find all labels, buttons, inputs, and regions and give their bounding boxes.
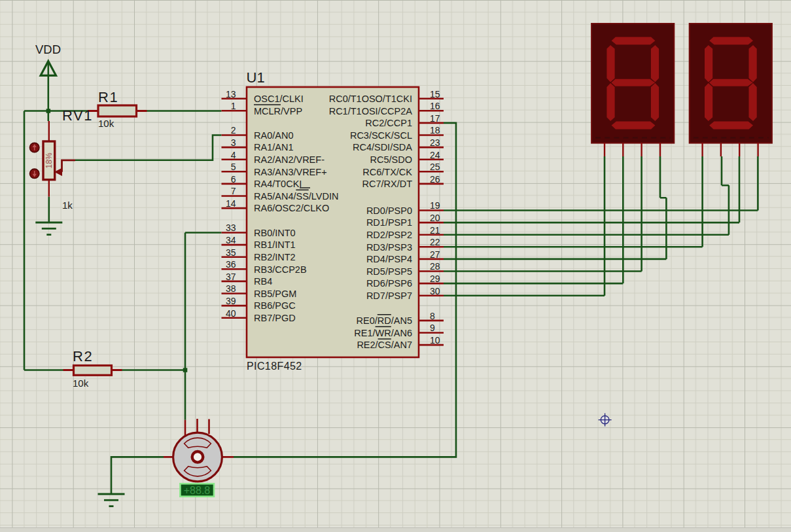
svg-text:RD3/PSP3: RD3/PSP3 — [366, 242, 412, 253]
svg-text:23: 23 — [430, 137, 440, 148]
svg-text:RA3/AN3/VREF+: RA3/AN3/VREF+ — [254, 167, 327, 177]
svg-text:8: 8 — [430, 311, 435, 321]
svg-text:9: 9 — [430, 323, 435, 333]
svg-text:35: 35 — [226, 247, 236, 258]
svg-text:RC4/SDI/SDA: RC4/SDI/SDA — [353, 142, 412, 152]
svg-text:28: 28 — [430, 261, 440, 272]
svg-text:14: 14 — [226, 198, 236, 209]
svg-text:VDD: VDD — [35, 43, 61, 56]
svg-text:18: 18 — [430, 125, 440, 135]
svg-text:1: 1 — [231, 101, 236, 111]
svg-text:1k: 1k — [62, 200, 73, 211]
svg-text:37: 37 — [226, 272, 236, 282]
svg-text:10k: 10k — [73, 378, 89, 389]
svg-text:+88.8: +88.8 — [184, 485, 211, 496]
svg-text:5: 5 — [231, 162, 236, 172]
svg-text:RC6/TX/CK: RC6/TX/CK — [362, 167, 412, 177]
svg-text:RD5/PSP5: RD5/PSP5 — [366, 266, 412, 277]
svg-text:RA0/AN0: RA0/AN0 — [254, 130, 293, 141]
svg-text:RA4/T0CKI: RA4/T0CKI — [254, 179, 302, 189]
svg-text:RB6/PGC: RB6/PGC — [254, 300, 296, 311]
svg-text:MCLR/VPP: MCLR/VPP — [254, 106, 302, 116]
svg-text:RC5/SDO: RC5/SDO — [370, 154, 412, 165]
svg-text:26: 26 — [430, 174, 440, 185]
svg-text:OSC1/CLKI: OSC1/CLKI — [254, 94, 304, 104]
svg-text:RB7/PGD: RB7/PGD — [254, 313, 296, 323]
svg-text:RC2/CCP1: RC2/CCP1 — [365, 118, 412, 128]
svg-text:R1: R1 — [98, 89, 118, 105]
svg-text:RC7/RX/DT: RC7/RX/DT — [362, 179, 412, 189]
svg-text:RA2/AN2/VREF-: RA2/AN2/VREF- — [254, 154, 325, 165]
svg-text:3: 3 — [231, 137, 236, 148]
svg-text:RB0/INT0: RB0/INT0 — [254, 228, 296, 238]
svg-text:20: 20 — [430, 213, 440, 223]
svg-text:30: 30 — [430, 286, 440, 296]
svg-text:RD0/PSP0: RD0/PSP0 — [366, 205, 412, 216]
svg-text:RD1/PSP1: RD1/PSP1 — [366, 217, 412, 228]
svg-text:40: 40 — [226, 308, 236, 319]
svg-text:RV1: RV1 — [62, 107, 93, 124]
svg-text:6: 6 — [231, 174, 236, 185]
svg-text:15: 15 — [430, 89, 440, 99]
svg-text:RB2/INT2: RB2/INT2 — [254, 252, 296, 262]
svg-text:RE2/CS/AN7: RE2/CS/AN7 — [357, 340, 412, 350]
svg-text:19: 19 — [430, 200, 440, 211]
svg-text:10: 10 — [430, 335, 440, 346]
svg-text:4: 4 — [231, 150, 236, 160]
svg-text:RB3/CCP2B: RB3/CCP2B — [254, 264, 307, 275]
svg-text:RD4/PSP4: RD4/PSP4 — [366, 254, 412, 264]
svg-text:18%: 18% — [44, 152, 54, 168]
svg-text:RA6/OSC2/CLKO: RA6/OSC2/CLKO — [254, 203, 329, 213]
svg-text:RB4: RB4 — [254, 276, 272, 287]
svg-text:13: 13 — [226, 89, 236, 99]
svg-text:RB1/INT1: RB1/INT1 — [254, 239, 296, 250]
svg-text:21: 21 — [430, 225, 440, 236]
svg-text:RA5/AN4/SS/LVDIN: RA5/AN4/SS/LVDIN — [254, 191, 338, 202]
svg-text:RC0/T1OSO/T1CKI: RC0/T1OSO/T1CKI — [329, 94, 412, 104]
svg-text:39: 39 — [226, 296, 236, 306]
svg-text:24: 24 — [430, 150, 440, 160]
svg-text:36: 36 — [226, 259, 236, 270]
svg-text:U1: U1 — [247, 69, 265, 86]
svg-text:27: 27 — [430, 249, 440, 260]
svg-text:PIC18F452: PIC18F452 — [247, 361, 302, 372]
svg-text:RB5/PGM: RB5/PGM — [254, 289, 296, 299]
svg-text:RC1/T1OSI/CCP2A: RC1/T1OSI/CCP2A — [329, 106, 413, 116]
svg-text:33: 33 — [226, 222, 236, 233]
svg-text:RD2/PSP2: RD2/PSP2 — [366, 230, 412, 240]
svg-text:38: 38 — [226, 283, 236, 294]
svg-text:RE0/RD/AN5: RE0/RD/AN5 — [357, 315, 412, 326]
svg-text:R2: R2 — [73, 348, 93, 364]
svg-text:RA1/AN1: RA1/AN1 — [254, 142, 293, 152]
svg-text:16: 16 — [430, 101, 440, 111]
svg-text:22: 22 — [430, 237, 440, 247]
svg-text:RE1/WR/AN6: RE1/WR/AN6 — [354, 328, 412, 338]
svg-text:RD6/PSP6: RD6/PSP6 — [366, 278, 412, 289]
svg-text:10k: 10k — [98, 118, 114, 129]
svg-text:RC3/SCK/SCL: RC3/SCK/SCL — [350, 130, 412, 141]
svg-text:17: 17 — [430, 113, 440, 124]
svg-text:7: 7 — [231, 186, 236, 196]
svg-text:29: 29 — [430, 274, 440, 284]
svg-text:34: 34 — [226, 235, 236, 245]
svg-text:25: 25 — [430, 162, 440, 172]
svg-text:2: 2 — [231, 125, 236, 135]
svg-text:RD7/PSP7: RD7/PSP7 — [366, 291, 412, 301]
